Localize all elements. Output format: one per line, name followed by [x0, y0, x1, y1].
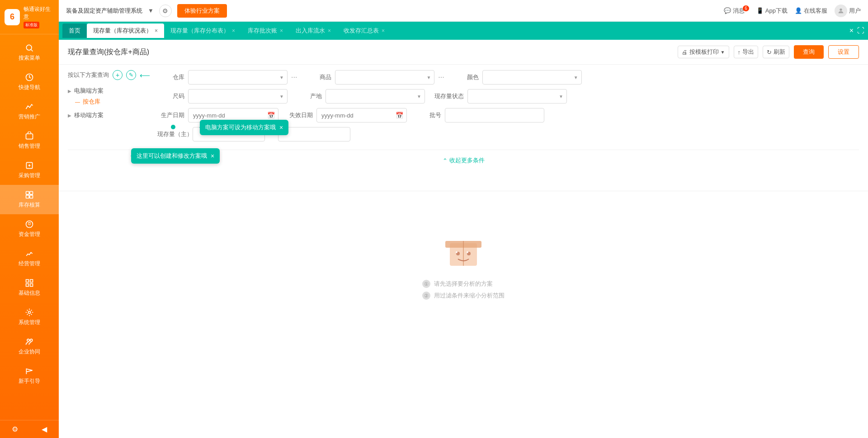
settings-button[interactable]: ⚙ [159, 5, 172, 17]
export-icon: ↑ [738, 49, 741, 56]
reset-button[interactable]: 设置 [828, 45, 859, 59]
filter-size: 尺码 ▼ [157, 89, 288, 104]
size-select[interactable] [188, 89, 288, 104]
search-button[interactable]: 查询 [794, 45, 824, 59]
scheme-panel: 按以下方案查询 + ✎ ⟵ ▶ 电脑端方案 — 按仓库 [68, 70, 150, 146]
goods-dots-btn[interactable]: ··· [438, 73, 444, 81]
goods-label: 商品 [304, 73, 331, 81]
tooltip-2-close-btn[interactable]: × [211, 152, 214, 160]
tab-fullscreen-btn[interactable]: ⛶ [857, 27, 864, 35]
step-1-text: 请先选择要分析的方案 [434, 280, 493, 288]
exp-date-from-input[interactable] [316, 108, 407, 122]
filter-label: 按以下方案查询 [68, 71, 109, 79]
header-right: 💬 消息 6 📱 App下载 👤 在线客服 用户 [724, 5, 861, 17]
tab-bar: 首页 现存量（库存状况表） × 现存量（库存分布表） × 库存批次账 × 出入库… [59, 22, 868, 40]
user-item[interactable]: 用户 [835, 5, 861, 17]
warehouse-select[interactable] [188, 70, 288, 85]
refresh-button[interactable]: ↻ 刷新 [763, 46, 789, 58]
sidebar: 6 畅通诶好生意 标准版 搜索菜单 快捷导航 营销推广 销售管理 采购管理 库 [0, 0, 59, 438]
logo-icon: 6 [5, 9, 20, 25]
origin-select[interactable] [326, 89, 425, 104]
tab-bar-actions: × ⛶ [849, 27, 864, 35]
filter-edit-btn[interactable]: ✎ [126, 70, 136, 80]
svg-rect-10 [26, 280, 29, 283]
tab-close-all-btn[interactable]: × [849, 27, 854, 35]
app-download-item[interactable]: 📱 App下载 [756, 7, 788, 15]
tab-inventory-status[interactable]: 现存量（库存状况表） × [87, 24, 164, 38]
sidebar-item-sales[interactable]: 销售管理 [0, 126, 59, 155]
sidebar-item-guide[interactable]: 快捷导航 [0, 67, 59, 97]
service-item[interactable]: 👤 在线客服 [795, 7, 827, 15]
filter-exp-date: 失效日期 📅 [286, 108, 407, 122]
stock-status-select[interactable] [467, 89, 567, 104]
print-button[interactable]: 🖨 按模板打印 ▼ [678, 46, 729, 58]
sidebar-item-newbie[interactable]: 新手引导 [0, 361, 59, 391]
tab-batch-close[interactable]: × [280, 28, 283, 34]
sidebar-item-inventory[interactable]: 库存核算 [0, 185, 59, 214]
avatar [835, 5, 847, 17]
tab-collect-close[interactable]: × [382, 28, 385, 34]
filter-goods: 商品 ▼ ··· [304, 70, 444, 85]
goods-select[interactable] [335, 70, 434, 85]
batch-no-input[interactable] [445, 108, 544, 122]
sidebar-item-system[interactable]: 系统管理 [0, 302, 59, 332]
color-select[interactable] [482, 70, 582, 85]
color-select-wrapper: ▼ [482, 70, 582, 85]
tab-inventory-status-close[interactable]: × [155, 28, 158, 34]
tab-inventory-dist[interactable]: 现存量（库存分布表） × [164, 24, 241, 38]
system-name-dropdown-icon[interactable]: ▼ [148, 7, 154, 14]
empty-step-1: ① 请先选择要分析的方案 [422, 280, 505, 288]
color-label: 颜色 [452, 73, 479, 81]
main-area: 装备及固定资产辅助管理系统 ▼ ⚙ 体验行业方案 💬 消息 6 📱 App下载 … [59, 0, 868, 438]
collapse-up-icon: ⌃ [443, 157, 448, 164]
header-left: 装备及固定资产辅助管理系统 ▼ ⚙ 体验行业方案 [66, 4, 227, 18]
scheme-tooltip-1: 电脑方案可设为移动方案哦 × [200, 120, 288, 135]
sidebar-item-finance[interactable]: 资金管理 [0, 214, 59, 244]
svg-rect-3 [26, 134, 33, 139]
scheme-mobile-expand-icon: ▶ [68, 113, 71, 118]
experience-button[interactable]: 体验行业方案 [177, 4, 227, 18]
sidebar-item-operation[interactable]: 经营管理 [0, 244, 59, 273]
tooltip-1-close-btn[interactable]: × [279, 124, 283, 131]
warehouse-dots-btn[interactable]: ··· [291, 73, 297, 81]
svg-rect-5 [26, 192, 29, 195]
filter-stock-status: 现存量状态 ▼ [432, 89, 567, 104]
step-1-num: ① [422, 280, 430, 288]
size-label: 尺码 [157, 92, 184, 100]
stock-status-label: 现存量状态 [432, 92, 464, 100]
stock-qty-to-input[interactable] [278, 127, 350, 141]
phone-icon: 📱 [756, 7, 764, 14]
scheme-pc[interactable]: ▶ 电脑端方案 [68, 85, 150, 96]
sidebar-collapse-btn[interactable]: ◀ [42, 425, 47, 433]
message-item[interactable]: 💬 消息 6 [724, 7, 749, 15]
tab-collect[interactable]: 收发存汇总表 × [337, 24, 391, 38]
stock-status-select-wrapper: ▼ [467, 89, 567, 104]
app-label: App下载 [765, 7, 788, 15]
sidebar-item-purchase[interactable]: 采购管理 [0, 155, 59, 185]
tab-batch[interactable]: 库存批次账 × [241, 24, 289, 38]
warehouse-label: 仓库 [157, 73, 184, 81]
tab-inout[interactable]: 出入库流水 × [289, 24, 337, 38]
sidebar-settings-btn[interactable]: ⚙ [12, 425, 18, 433]
sidebar-item-search[interactable]: 搜索菜单 [0, 38, 59, 67]
filter-arrow-btn[interactable]: ⟵ [140, 71, 150, 80]
scheme-item-warehouse[interactable]: — 按仓库 [75, 96, 150, 107]
top-header: 装备及固定资产辅助管理系统 ▼ ⚙ 体验行业方案 💬 消息 6 📱 App下载 … [59, 0, 868, 22]
sidebar-item-basic[interactable]: 基础信息 [0, 273, 59, 302]
filter-batch-no: 批号 [414, 108, 544, 122]
tab-inout-close[interactable]: × [328, 28, 331, 34]
sidebar-item-enterprise[interactable]: 企业协同 [0, 332, 59, 361]
tab-home[interactable]: 首页 [62, 24, 87, 38]
message-icon: 💬 [724, 7, 731, 14]
scheme-mobile[interactable]: ▶ 移动端方案 [68, 110, 150, 121]
sidebar-item-marketing[interactable]: 营销推广 [0, 97, 59, 126]
print-icon: 🖨 [682, 49, 688, 56]
filter-row-1: 仓库 ▼ ··· 商品 ▼ [157, 70, 859, 85]
tab-inventory-dist-close[interactable]: × [232, 28, 235, 34]
filter-add-btn[interactable]: + [113, 70, 123, 80]
empty-steps: ① 请先选择要分析的方案 ② 用过滤条件来缩小分析范围 [422, 280, 505, 300]
svg-point-18 [840, 8, 842, 10]
svg-rect-11 [30, 280, 33, 283]
export-button[interactable]: ↑ 导出 [734, 46, 759, 58]
tab-collect-label: 收发存汇总表 [344, 27, 379, 35]
